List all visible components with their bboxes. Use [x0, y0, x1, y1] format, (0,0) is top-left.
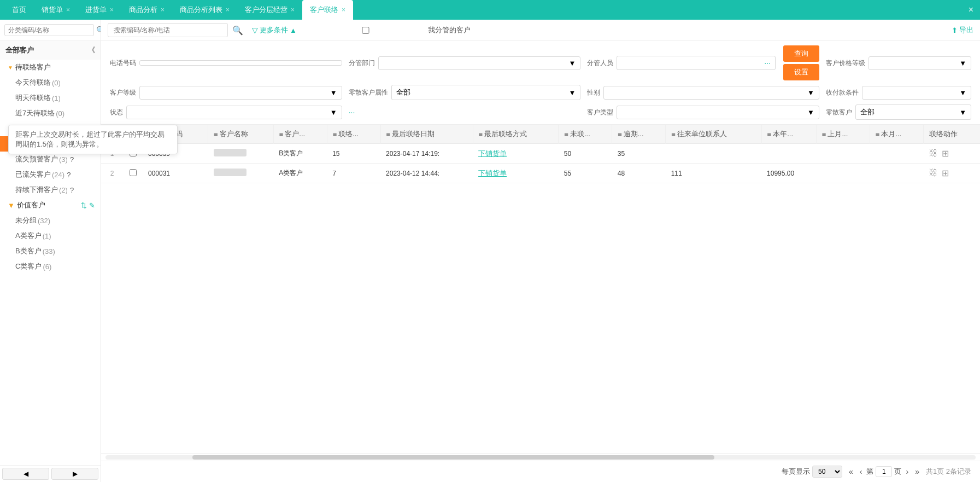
- col-class-sort[interactable]: ≡: [279, 130, 284, 138]
- c-class-label: C类客户: [15, 262, 42, 271]
- manager-ellipsis[interactable]: ···: [764, 59, 771, 67]
- col-year-sort[interactable]: ≡: [767, 130, 772, 138]
- continuous-down-info-icon[interactable]: ?: [70, 186, 74, 194]
- nav-product-analysis-close[interactable]: ×: [161, 6, 165, 14]
- row2-link-icon[interactable]: ⛓: [929, 168, 937, 178]
- per-page-select[interactable]: 50 100 200: [812, 466, 842, 478]
- filter-more-icon[interactable]: ···: [349, 108, 355, 117]
- row2-check[interactable]: [123, 164, 143, 183]
- 7days-label: 近7天待联络: [15, 108, 55, 118]
- dept-select[interactable]: ▼: [378, 56, 581, 70]
- first-page-btn[interactable]: «: [847, 466, 855, 477]
- sidebar-item-b-class[interactable]: B类客户 (33): [0, 243, 101, 259]
- page-input[interactable]: [876, 466, 892, 477]
- lost-pre-count: (3): [59, 155, 68, 164]
- value-customer-sort-icon[interactable]: ⇅: [81, 201, 87, 210]
- per-page-wrap: 每页显示 50 100 200: [782, 466, 842, 478]
- nav-purchase[interactable]: 进货单 ×: [78, 0, 121, 20]
- window-close-icon[interactable]: ×: [969, 5, 973, 15]
- nav-product-analysis-label: 商品分析: [129, 5, 157, 15]
- row1-name: [208, 144, 274, 164]
- sidebar-item-unsorted[interactable]: 未分组 (32): [0, 213, 101, 228]
- scrollbar-track[interactable]: [105, 455, 976, 460]
- row2-last-method-link[interactable]: 下销货单: [478, 169, 507, 177]
- sidebar-item-7days[interactable]: 近7天待联络 (0): [0, 106, 101, 121]
- col-last-date-sort[interactable]: ≡: [386, 130, 391, 138]
- nav-purchase-label: 进货单: [85, 5, 107, 15]
- nav-product-analysis[interactable]: 商品分析 ×: [121, 0, 172, 20]
- last-page-btn[interactable]: »: [913, 466, 922, 477]
- sidebar-item-already-lost[interactable]: 已流失客户 (24) ?: [0, 167, 101, 182]
- nav-home[interactable]: 首页: [4, 0, 34, 20]
- sidebar-search-icon[interactable]: 🔍: [96, 26, 101, 34]
- horizontal-scrollbar[interactable]: [101, 453, 980, 461]
- lost-pre-info-icon[interactable]: ?: [70, 155, 74, 164]
- col-last-method-sort[interactable]: ≡: [479, 130, 483, 138]
- nav-customer-contact-close[interactable]: ×: [342, 6, 345, 14]
- nav-product-list[interactable]: 商品分析列表 ×: [172, 0, 237, 20]
- search-button-icon[interactable]: 🔍: [232, 25, 243, 36]
- nav-customer-contact[interactable]: 客户联络 ×: [302, 0, 353, 20]
- col-year-header: ≡ 本年...: [761, 125, 816, 144]
- already-lost-info-icon[interactable]: ?: [67, 171, 71, 179]
- row2-last-method[interactable]: 下销货单: [473, 164, 559, 183]
- col-this-month-sort[interactable]: ≡: [876, 130, 880, 138]
- export-icon: ⬆: [952, 26, 958, 34]
- price-grade-select[interactable]: ▼: [868, 56, 971, 70]
- filter-price-grade: 客户价格等级 ▼: [826, 56, 971, 70]
- col-unlisted-sort[interactable]: ≡: [564, 130, 568, 138]
- row2-checkbox[interactable]: [130, 169, 137, 176]
- col-contact-sort[interactable]: ≡: [333, 130, 337, 138]
- query-button[interactable]: 查询: [783, 45, 819, 62]
- sidebar-bottom-left[interactable]: ◀: [2, 468, 49, 480]
- row1-grid-icon[interactable]: ⊞: [942, 148, 949, 159]
- row1-last-method-link[interactable]: 下销货单: [478, 149, 507, 158]
- nav-customer-segment-close[interactable]: ×: [291, 6, 295, 14]
- sidebar-search-input[interactable]: [4, 24, 94, 36]
- status-select[interactable]: ▼: [126, 106, 342, 119]
- col-this-month-label: 本月...: [881, 129, 901, 139]
- search-input[interactable]: [108, 23, 228, 37]
- settings-button[interactable]: 设置: [783, 64, 819, 80]
- sidebar-item-today[interactable]: 今天待联络 (0): [0, 75, 101, 90]
- scrollbar-thumb[interactable]: [192, 455, 714, 460]
- my-customers-checkbox[interactable]: [306, 27, 426, 34]
- manager-select[interactable]: ···: [617, 56, 776, 70]
- row2-grid-icon[interactable]: ⊞: [942, 168, 949, 178]
- sidebar-collapse-icon[interactable]: 《: [88, 45, 95, 55]
- value-customer-edit-icon[interactable]: ✎: [89, 201, 95, 210]
- col-overdue-sort[interactable]: ≡: [618, 130, 622, 138]
- filter-customer-grade: 客户等级 ▼: [110, 86, 342, 100]
- col-name-sort[interactable]: ≡: [214, 130, 218, 138]
- prev-page-btn[interactable]: ‹: [858, 466, 865, 477]
- retail-attr-select[interactable]: 全部▼: [391, 85, 581, 100]
- sidebar-bottom-right[interactable]: ▶: [51, 468, 98, 480]
- col-contact-person-sort[interactable]: ≡: [671, 130, 676, 138]
- sidebar-item-c-class[interactable]: C类客户 (6): [0, 259, 101, 274]
- nav-sales-close[interactable]: ×: [66, 6, 70, 14]
- row1-last-method[interactable]: 下销货单: [473, 144, 559, 164]
- tooltip-text: 距客户上次交易时长，超过了此客户的平均交易周期的1.5倍，则视为异常。: [15, 130, 165, 148]
- data-table: ⚙ ≡ 客户编码 ≡ 客户名称: [101, 125, 980, 183]
- customer-type-select[interactable]: ▼: [617, 106, 819, 119]
- nav-product-list-close[interactable]: ×: [226, 6, 230, 14]
- sidebar-item-a-class[interactable]: A类客户 (1): [0, 228, 101, 243]
- sidebar-group-pending[interactable]: ▼ 待联络客户: [0, 60, 101, 75]
- row2-last-month: [816, 164, 870, 183]
- col-last-month-sort[interactable]: ≡: [822, 130, 826, 138]
- customer-grade-select[interactable]: ▼: [139, 86, 342, 100]
- nav-customer-segment[interactable]: 客户分层经营 ×: [237, 0, 302, 20]
- retail-customer-select[interactable]: 全部▼: [855, 104, 971, 120]
- export-button[interactable]: ⬆ 导出: [952, 25, 973, 35]
- more-conditions-btn[interactable]: ▽ 更多条件 ▲: [248, 23, 301, 37]
- gender-select[interactable]: ▼: [603, 86, 819, 100]
- sidebar-group-value[interactable]: ▼ 价值客户 ⇅ ✎: [0, 198, 101, 213]
- payment-select[interactable]: ▼: [862, 86, 971, 100]
- next-page-btn[interactable]: ›: [903, 466, 911, 477]
- sidebar-item-tomorrow[interactable]: 明天待联络 (1): [0, 90, 101, 106]
- phone-input[interactable]: [139, 60, 342, 66]
- nav-purchase-close[interactable]: ×: [110, 6, 114, 14]
- nav-sales[interactable]: 销货单 ×: [34, 0, 78, 20]
- row1-link-icon[interactable]: ⛓: [929, 148, 937, 159]
- sidebar-item-continuous-down[interactable]: 持续下滑客户 (2) ?: [0, 182, 101, 198]
